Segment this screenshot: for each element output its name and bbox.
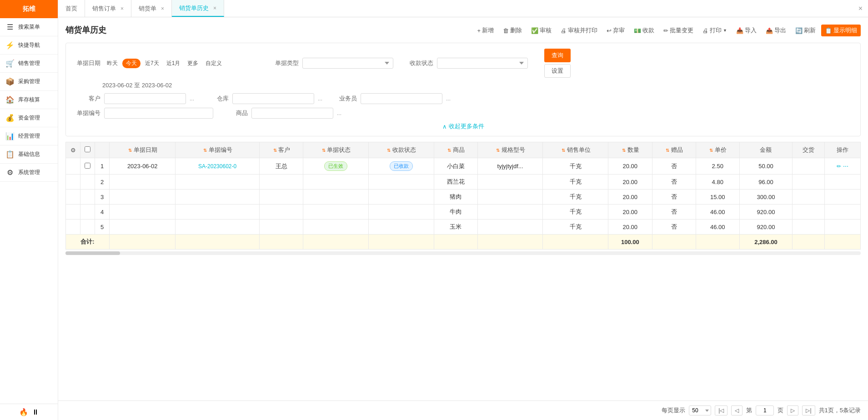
tab-sales-history-close[interactable]: × (213, 5, 216, 11)
col-doc-date[interactable]: ⇅ 单据日期 (110, 142, 176, 158)
filter-goods-input[interactable] (251, 108, 333, 119)
tab-sales-delivery-close[interactable]: × (161, 5, 164, 12)
sort-icon: ⇅ (562, 148, 565, 153)
tab-home[interactable]: 首页 (58, 0, 85, 17)
date-quick-buttons: 昨天 今天 近7天 近1月 更多 自定义 (104, 59, 225, 68)
filter-warehouse-label: 仓库 (201, 95, 229, 103)
date-yesterday-btn[interactable]: 昨天 (104, 59, 120, 68)
import-button[interactable]: 📥 导入 (733, 25, 760, 36)
row-unit: 千克 (543, 158, 608, 175)
pause-icon[interactable]: ⏸ (32, 408, 39, 416)
chevron-up-icon: ∧ (442, 123, 447, 130)
print-button[interactable]: 🖨 打印 ▼ (699, 25, 731, 36)
tab-sales-history[interactable]: 销货单历史 × (172, 0, 224, 17)
new-button[interactable]: + 新增 (473, 25, 497, 36)
date-today-btn[interactable]: 今天 (122, 59, 140, 68)
refresh-button[interactable]: 🔄 刷新 (792, 25, 819, 36)
sidebar-bottom: 🔥 ⏸ (0, 404, 58, 420)
page-input[interactable] (756, 405, 774, 415)
show-detail-button[interactable]: 📋 显示明细 (821, 25, 861, 36)
collapse-btn[interactable]: ∧ 收起更多条件 (73, 122, 853, 130)
sidebar-item-purchase-mgmt[interactable]: 📦 采购管理 (0, 73, 58, 91)
sidebar-item-basic-info[interactable]: 📋 基础信息 (0, 145, 58, 164)
row-select-checkbox[interactable] (85, 163, 90, 169)
prev-page-btn[interactable]: ◁ (731, 405, 743, 415)
col-unit[interactable]: ⇅ 销售单位 (543, 142, 608, 158)
sidebar-item-inventory[interactable]: 🏠 库存核算 (0, 91, 58, 109)
col-goods[interactable]: ⇅ 商品 (434, 142, 477, 158)
row-amount: 920.00 (739, 205, 792, 220)
sidebar-item-finance-mgmt[interactable]: 💰 资金管理 (0, 109, 58, 127)
collect-icon: 💵 (634, 27, 641, 34)
horizontal-scrollbar[interactable] (65, 251, 861, 255)
date-custom-btn[interactable]: 自定义 (203, 59, 225, 68)
tab-bar-close-btn[interactable]: × (853, 5, 868, 13)
more-action[interactable]: ⋯ (843, 163, 848, 170)
col-doc-status[interactable]: ⇅ 单据状态 (303, 142, 369, 158)
col-spec[interactable]: ⇅ 规格型号 (477, 142, 543, 158)
sort-icon: ⇅ (322, 148, 326, 153)
select-all-checkbox[interactable] (85, 146, 90, 152)
row-checkbox (80, 190, 95, 205)
col-doc-number[interactable]: ⇅ 单据编号 (176, 142, 260, 158)
settings-gear-icon[interactable]: ⚙ (70, 147, 76, 154)
filter-warehouse-input[interactable] (232, 93, 314, 104)
warehouse-ellipsis[interactable]: ... (318, 95, 322, 102)
row-settings (66, 175, 80, 190)
setting-button[interactable]: 设置 (544, 64, 571, 78)
goods-ellipsis[interactable]: ... (337, 110, 341, 116)
fire-icon[interactable]: 🔥 (19, 408, 28, 416)
edit-action[interactable]: ✏ (837, 163, 841, 170)
filter-date-label: 单据日期 (73, 59, 100, 67)
filter-salesperson-input[interactable] (361, 93, 442, 104)
table-row: 3 猪肉 千克 20.00 否 15.00 300.00 (66, 190, 861, 205)
filter-customer-input[interactable] (104, 93, 186, 104)
date-1month-btn[interactable]: 近1月 (164, 59, 183, 68)
sidebar-item-search-menu[interactable]: ☰ 搜索菜单 (0, 18, 58, 36)
discard-button[interactable]: ↩ 弃审 (603, 25, 628, 36)
doc-number-link[interactable]: SA-20230602-0 (198, 163, 236, 170)
col-payment-status[interactable]: ⇅ 收款状态 (368, 142, 434, 158)
sidebar-item-sales-mgmt[interactable]: 🛒 销售管理 (0, 55, 58, 73)
per-page-select[interactable]: 50 20 100 (689, 405, 711, 415)
row-transaction (793, 190, 825, 205)
filter-doctype-select[interactable] (302, 58, 393, 69)
row-customer (260, 190, 303, 205)
col-unit-price[interactable]: ⇅ 单价 (696, 142, 739, 158)
first-page-btn[interactable]: |◁ (715, 405, 728, 415)
collect-button[interactable]: 💵 收款 (630, 25, 658, 36)
tab-sales-order-close[interactable]: × (120, 5, 124, 12)
col-action: 操作 (825, 142, 861, 158)
last-page-btn[interactable]: ▷| (802, 405, 815, 415)
col-settings[interactable]: ⚙ (66, 142, 80, 158)
date-7days-btn[interactable]: 近7天 (142, 59, 162, 68)
col-gift[interactable]: ⇅ 赠品 (652, 142, 696, 158)
row-payment-status (368, 220, 434, 235)
row-gift: 否 (652, 220, 696, 235)
filter-payment-select[interactable] (437, 58, 528, 69)
batch-change-button[interactable]: ✏ 批量变更 (660, 25, 697, 36)
refresh-icon: 🔄 (795, 27, 803, 34)
filter-docnumber-input[interactable] (104, 108, 213, 119)
delete-button[interactable]: 🗑 删除 (499, 25, 526, 36)
audit-print-button[interactable]: 🖨 审核并打印 (557, 25, 601, 36)
next-page-btn[interactable]: ▷ (787, 405, 798, 415)
salesperson-ellipsis[interactable]: ... (446, 95, 451, 102)
sidebar-item-system-mgmt[interactable]: ⚙ 系统管理 (0, 164, 58, 182)
tab-sales-history-label: 销货单历史 (179, 4, 209, 12)
audit-button[interactable]: ✅ 审核 (527, 25, 555, 36)
tab-sales-delivery[interactable]: 销货单 × (131, 0, 172, 17)
customer-ellipsis[interactable]: ... (190, 95, 194, 102)
data-table: ⚙ ⇅ 单据日期 ⇅ 单据编号 ⇅ (65, 142, 861, 250)
query-button[interactable]: 查询 (544, 49, 571, 62)
col-customer[interactable]: ⇅ 客户 (260, 142, 303, 158)
sidebar-item-quick-nav[interactable]: ⚡ 快捷导航 (0, 36, 58, 55)
header-area: 销货单历史 + 新增 🗑 删除 ✅ 审核 🖨 审核并打印 (65, 25, 861, 35)
col-quantity[interactable]: ⇅ 数量 (608, 142, 652, 158)
export-button[interactable]: 📤 导出 (762, 25, 790, 36)
scrollbar-thumb[interactable] (65, 251, 120, 255)
date-more-btn[interactable]: 更多 (185, 59, 201, 68)
tab-sales-order[interactable]: 销售订单 × (85, 0, 131, 17)
sidebar-item-ops-mgmt[interactable]: 📊 经营管理 (0, 127, 58, 145)
audit-icon: ✅ (531, 27, 538, 34)
